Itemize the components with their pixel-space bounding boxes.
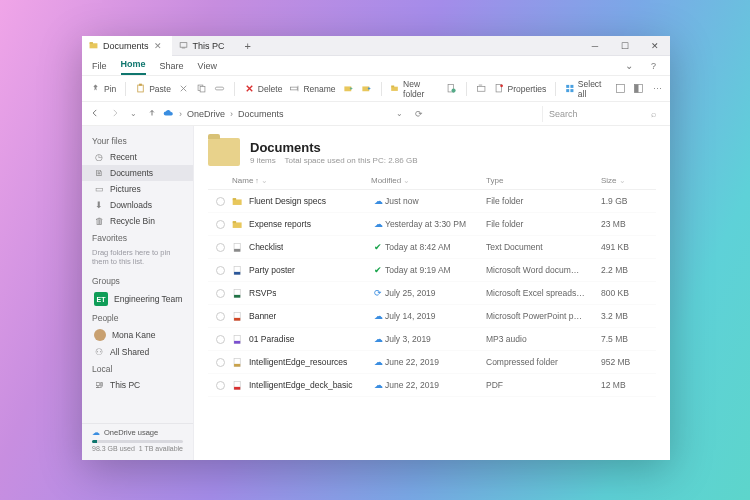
- properties-button[interactable]: Properties: [494, 83, 547, 94]
- ribbon-tab-view[interactable]: View: [198, 61, 217, 75]
- modified-cell: Just now: [385, 196, 486, 206]
- more-button[interactable]: ⋯: [653, 84, 662, 94]
- back-button[interactable]: [90, 108, 100, 120]
- search-box[interactable]: Search ⌕: [542, 106, 662, 122]
- svg-rect-35: [234, 294, 240, 297]
- sidebar-item-label: All Shared: [110, 347, 149, 357]
- newfolder-icon: [390, 83, 400, 94]
- ribbon-tabs: File Home Share View ⌄ ?: [82, 56, 670, 76]
- search-placeholder: Search: [549, 109, 578, 119]
- crumb-documents[interactable]: Documents: [238, 109, 284, 119]
- row-checkbox[interactable]: [208, 243, 232, 252]
- row-checkbox[interactable]: [208, 312, 232, 321]
- type-cell: File folder: [486, 196, 601, 206]
- crumb-onedrive[interactable]: OneDrive: [187, 109, 225, 119]
- ribbon-tab-file[interactable]: File: [92, 61, 107, 75]
- usage-total: 1 TB available: [139, 445, 183, 452]
- forward-button[interactable]: [110, 108, 120, 120]
- row-checkbox[interactable]: [208, 197, 232, 206]
- ribbon-tab-home[interactable]: Home: [121, 59, 146, 75]
- sidebar-item-allshared[interactable]: ⚇All Shared: [82, 344, 193, 360]
- sidebar-item-pictures[interactable]: ▭Pictures: [82, 181, 193, 197]
- sidebar-item-recent[interactable]: ◷Recent: [82, 149, 193, 165]
- document-icon: 🗎: [94, 168, 104, 178]
- table-row[interactable]: Party poster✔Today at 9:19 AMMicrosoft W…: [208, 259, 656, 282]
- row-checkbox[interactable]: [208, 381, 232, 390]
- table-row[interactable]: IntelligentEdge_deck_basic☁June 22, 2019…: [208, 374, 656, 397]
- svg-rect-39: [234, 340, 240, 343]
- collapse-ribbon-button[interactable]: ⌄: [625, 60, 633, 75]
- selectnone-button[interactable]: [615, 83, 626, 94]
- tab-documents[interactable]: Documents ✕: [82, 36, 172, 56]
- modified-cell: June 22, 2019: [385, 380, 486, 390]
- path-dropdown[interactable]: ⌄: [396, 109, 403, 118]
- sidebar-item-label: Recent: [110, 152, 137, 162]
- copyto-button[interactable]: [361, 83, 372, 94]
- copypath-button[interactable]: [214, 83, 225, 94]
- help-button[interactable]: ?: [647, 61, 660, 75]
- svg-rect-21: [566, 89, 569, 92]
- row-checkbox[interactable]: [208, 266, 232, 275]
- table-row[interactable]: Checklist✔Today at 8:42 AMText Document4…: [208, 236, 656, 259]
- ribbon-tab-share[interactable]: Share: [160, 61, 184, 75]
- rename-button[interactable]: Rename: [289, 83, 335, 94]
- svg-point-18: [500, 84, 503, 87]
- sidebar-item-documents[interactable]: 🗎Documents: [82, 165, 193, 181]
- svg-rect-0: [90, 43, 98, 48]
- paste-button[interactable]: Paste: [135, 83, 171, 94]
- file-name-cell: Party poster: [232, 265, 371, 276]
- size-cell: 2.2 MB: [601, 265, 656, 275]
- table-row[interactable]: 01 Paradise☁July 3, 2019MP3 audio7.5 MB: [208, 328, 656, 351]
- sync-status-icon: ✔: [371, 242, 385, 252]
- tab-thispc[interactable]: This PC: [172, 36, 235, 56]
- table-row[interactable]: RSVPs⟳July 25, 2019Microsoft Excel sprea…: [208, 282, 656, 305]
- table-row[interactable]: Expense reports☁Yesterday at 3:30 PMFile…: [208, 213, 656, 236]
- table-row[interactable]: Banner☁July 14, 2019Microsoft PowerPoint…: [208, 305, 656, 328]
- open-button[interactable]: [476, 83, 487, 94]
- table-row[interactable]: IntelligentEdge_resources☁June 22, 2019C…: [208, 351, 656, 374]
- col-modified[interactable]: Modified ⌄: [371, 176, 486, 185]
- sync-status-icon: ✔: [371, 265, 385, 275]
- sidebar-item-downloads[interactable]: ⬇Downloads: [82, 197, 193, 213]
- col-name[interactable]: Name↑ ⌄: [232, 176, 371, 185]
- svg-rect-43: [234, 386, 240, 389]
- new-tab-button[interactable]: +: [235, 40, 261, 52]
- refresh-button[interactable]: ⟳: [415, 109, 423, 119]
- row-checkbox[interactable]: [208, 289, 232, 298]
- row-checkbox[interactable]: [208, 335, 232, 344]
- cut-button[interactable]: [178, 83, 189, 94]
- crumb-seg[interactable]: ›: [179, 109, 182, 119]
- up-button[interactable]: [147, 108, 157, 120]
- row-checkbox[interactable]: [208, 220, 232, 229]
- close-button[interactable]: ✕: [640, 36, 670, 56]
- crumb-seg[interactable]: ›: [230, 109, 233, 119]
- sidebar-header-local: Local: [82, 360, 193, 377]
- svg-rect-33: [234, 271, 240, 274]
- copy-icon: [196, 83, 207, 94]
- invert-button[interactable]: [633, 83, 644, 94]
- newitem-button[interactable]: [446, 83, 457, 94]
- col-size[interactable]: Size ⌄: [601, 176, 656, 185]
- maximize-button[interactable]: ☐: [610, 36, 640, 56]
- minimize-button[interactable]: ─: [580, 36, 610, 56]
- table-row[interactable]: Fluent Design specs☁Just nowFile folder1…: [208, 190, 656, 213]
- svg-rect-20: [571, 85, 574, 88]
- history-button[interactable]: ⌄: [130, 109, 137, 118]
- moveto-button[interactable]: [343, 83, 354, 94]
- pin-button[interactable]: Pin: [90, 83, 116, 94]
- onedrive-usage[interactable]: ☁OneDrive usage 98.3 GB used1 TB availab…: [82, 423, 193, 460]
- col-type[interactable]: Type: [486, 176, 601, 185]
- sidebar-item-recyclebin[interactable]: 🗑Recycle Bin: [82, 213, 193, 229]
- sidebar-item-team[interactable]: ETEngineering Team: [82, 289, 193, 309]
- sidebar-item-person[interactable]: Mona Kane: [82, 326, 193, 344]
- breadcrumb[interactable]: › OneDrive › Documents: [163, 108, 284, 119]
- size-cell: 800 KB: [601, 288, 656, 298]
- row-checkbox[interactable]: [208, 358, 232, 367]
- copy-button[interactable]: [196, 83, 207, 94]
- close-icon[interactable]: ✕: [154, 41, 162, 51]
- delete-button[interactable]: Delete: [244, 83, 283, 94]
- selectall-button[interactable]: Select all: [565, 79, 608, 99]
- svg-rect-1: [90, 42, 93, 44]
- sidebar-item-thispc[interactable]: 🖳This PC: [82, 377, 193, 393]
- newfolder-button[interactable]: New folder: [390, 79, 438, 99]
